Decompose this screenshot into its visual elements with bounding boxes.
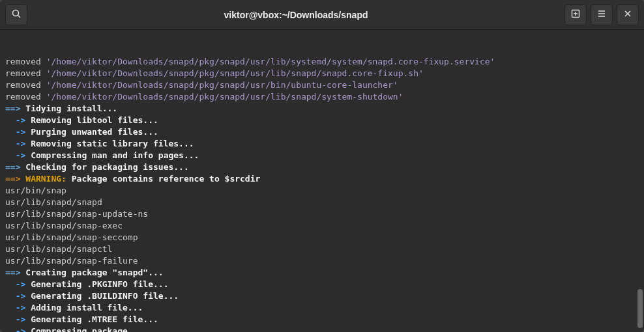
terminal-line: -> Removing static library files... bbox=[5, 138, 639, 150]
menu-button[interactable] bbox=[591, 5, 613, 25]
terminal-line: removed '/home/viktor/Downloads/snapd/pk… bbox=[5, 56, 639, 68]
terminal-line: usr/lib/snapd/snap-exec bbox=[5, 220, 639, 232]
terminal-output[interactable]: removed '/home/viktor/Downloads/snapd/pk… bbox=[0, 30, 644, 332]
terminal-line: -> Purging unwanted files... bbox=[5, 126, 639, 138]
terminal-line: -> Adding install file... bbox=[5, 302, 639, 314]
terminal-line: usr/lib/snapd/snap-failure bbox=[5, 255, 639, 267]
titlebar: viktor@vbox:~/Downloads/snapd bbox=[0, 0, 644, 30]
svg-line-1 bbox=[18, 16, 21, 18]
scrollbar-thumb[interactable] bbox=[637, 289, 643, 328]
terminal-line: removed '/home/viktor/Downloads/snapd/pk… bbox=[5, 79, 639, 91]
titlebar-right bbox=[564, 5, 639, 25]
svg-point-0 bbox=[13, 10, 19, 16]
terminal-line: -> Compressing package... bbox=[5, 325, 639, 332]
terminal-line: -> Generating .PKGINFO file... bbox=[5, 279, 639, 290]
terminal-line: usr/bin/snap bbox=[5, 185, 639, 197]
new-tab-button[interactable] bbox=[564, 5, 587, 25]
close-button[interactable] bbox=[617, 5, 639, 25]
terminal-line: ==> WARNING: Package contains reference … bbox=[5, 173, 639, 185]
search-button[interactable] bbox=[5, 5, 27, 25]
terminal-window: viktor@vbox:~/Downloads/snapd bbox=[0, 0, 644, 332]
window-title: viktor@vbox:~/Downloads/snapd bbox=[27, 10, 564, 20]
terminal-line: -> Compressing man and info pages... bbox=[5, 150, 639, 161]
terminal-line: usr/lib/snapd/snapd bbox=[5, 197, 639, 208]
terminal-line: -> Generating .BUILDINFO file... bbox=[5, 290, 639, 302]
search-icon bbox=[11, 8, 22, 21]
hamburger-icon bbox=[596, 8, 607, 21]
terminal-line: ==> Checking for packaging issues... bbox=[5, 161, 639, 173]
terminal-line: ==> Tidying install... bbox=[5, 103, 639, 115]
terminal-line: removed '/home/viktor/Downloads/snapd/pk… bbox=[5, 68, 639, 79]
terminal-line: -> Generating .MTREE file... bbox=[5, 314, 639, 325]
terminal-line: usr/lib/snapd/snapctl bbox=[5, 243, 639, 255]
new-tab-icon bbox=[570, 8, 581, 21]
terminal-line: usr/lib/snapd/snap-seccomp bbox=[5, 232, 639, 243]
terminal-line: ==> Creating package "snapd"... bbox=[5, 267, 639, 279]
terminal-line: -> Removing libtool files... bbox=[5, 115, 639, 126]
terminal-line: removed '/home/viktor/Downloads/snapd/pk… bbox=[5, 91, 639, 103]
terminal-line: usr/lib/snapd/snap-update-ns bbox=[5, 208, 639, 220]
close-icon bbox=[622, 8, 633, 21]
